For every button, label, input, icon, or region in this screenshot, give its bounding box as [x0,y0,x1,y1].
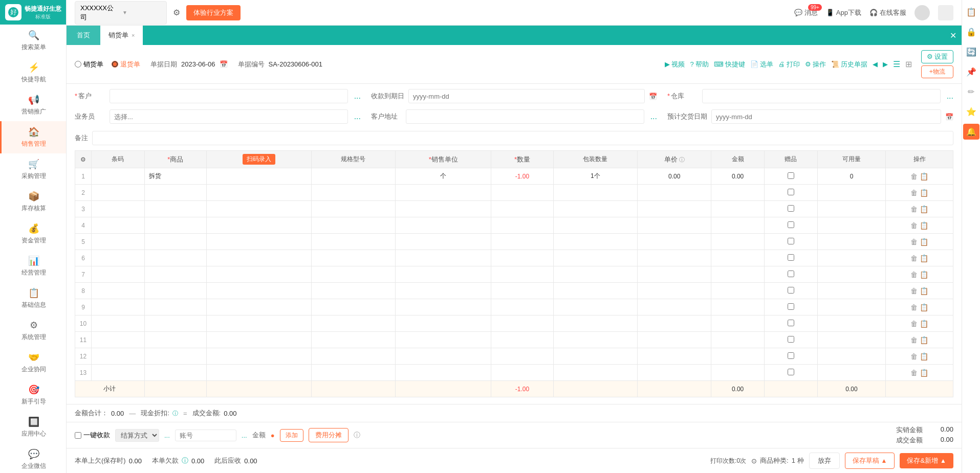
sidebar-item-finance[interactable]: 💰 资金管理 [0,218,66,250]
row-qty[interactable] [491,365,553,381]
row-qty[interactable] [491,217,553,234]
row-pkg-qty[interactable] [553,365,637,381]
gift-checkbox[interactable] [788,205,794,212]
row-qty[interactable] [491,283,553,299]
row-pkg-qty[interactable] [553,299,637,316]
tabbar-close-button[interactable]: ✕ [950,31,962,40]
view-list-icon[interactable]: ☰ [893,59,900,69]
table-header-gear[interactable]: ⚙ [75,151,92,168]
row-qty[interactable] [491,299,553,316]
nav-next-icon[interactable]: ▶ [883,60,888,68]
row-barcode[interactable] [92,266,145,283]
delivery-calendar-icon[interactable]: 📅 [945,113,953,121]
gift-checkbox[interactable] [788,352,794,359]
user-avatar[interactable] [914,5,930,20]
expected-delivery-input[interactable] [711,109,941,124]
row-spec[interactable] [311,316,395,332]
row-goods[interactable] [144,217,206,234]
row-amount[interactable] [711,185,765,201]
warehouse-expand-icon[interactable]: ... [947,92,953,101]
row-delete-icon[interactable]: 🗑 [910,189,918,197]
row-pkg-qty[interactable] [553,185,637,201]
row-goods[interactable] [144,234,206,250]
row-pkg-qty[interactable] [553,283,637,299]
row-gift[interactable] [764,266,817,283]
row-barcode[interactable] [92,365,145,381]
row-price[interactable] [638,332,711,348]
row-gift[interactable] [764,185,817,201]
tab-home[interactable]: 首页 [67,26,100,45]
customer-input[interactable] [110,89,348,103]
row-qty[interactable] [491,332,553,348]
rp-icon-star[interactable]: ⭐ [963,104,979,120]
user-panel[interactable] [938,5,953,20]
add-button[interactable]: 添加 [280,429,303,442]
sidebar-item-search[interactable]: 🔍 搜索菜单 [0,25,66,57]
row-pkg-qty[interactable] [553,348,637,365]
row-goods[interactable] [144,185,206,201]
gift-checkbox[interactable] [788,189,794,195]
discard-button[interactable]: 放弃 [809,453,840,469]
row-qty[interactable] [491,185,553,201]
row-price[interactable] [638,316,711,332]
save-draft-button[interactable]: 保存草稿 ▲ [845,453,895,469]
account-input[interactable] [175,430,236,441]
row-amount[interactable] [711,316,765,332]
row-unit[interactable] [396,266,491,283]
row-price[interactable]: 0.00 [638,168,711,185]
row-barcode[interactable] [92,250,145,266]
action-video[interactable]: ▶ 视频 [665,60,685,69]
row-delete-icon[interactable]: 🗑 [910,369,918,377]
row-amount[interactable] [711,299,765,316]
row-spec[interactable] [311,365,395,381]
row-pkg-qty[interactable] [553,332,637,348]
row-price[interactable] [638,348,711,365]
row-barcode[interactable] [92,217,145,234]
row-unit[interactable] [396,365,491,381]
rp-icon-edit[interactable]: ✏ [965,84,977,100]
sidebar-item-system[interactable]: ⚙ 系统管理 [0,314,66,347]
row-goods[interactable] [144,316,206,332]
row-amount[interactable] [711,332,765,348]
row-delete-icon[interactable]: 🗑 [910,172,918,181]
rp-icon-notification[interactable]: 🔔 [963,124,979,140]
trial-button[interactable]: 体验行业方案 [186,5,241,20]
row-delete-icon[interactable]: 🗑 [910,205,918,213]
gift-checkbox[interactable] [788,172,794,179]
row-gift[interactable] [764,250,817,266]
row-barcode[interactable] [92,201,145,217]
customer-expand-icon[interactable]: ... [354,92,361,101]
row-barcode[interactable] [92,234,145,250]
row-unit[interactable] [396,234,491,250]
gift-checkbox[interactable] [788,221,794,228]
row-pkg-qty[interactable] [553,234,637,250]
row-gift[interactable] [764,299,817,316]
row-spec[interactable] [311,250,395,266]
row-copy-icon[interactable]: 📋 [920,221,928,230]
account-expand-icon[interactable]: ... [242,432,247,439]
row-barcode[interactable] [92,185,145,201]
row-gift[interactable] [764,365,817,381]
row-price[interactable] [638,185,711,201]
row-spec[interactable] [311,185,395,201]
onepay-checkbox[interactable]: 一键收款 [75,431,110,440]
row-price[interactable] [638,217,711,234]
tab-sales-order[interactable]: 销货单 × [100,26,143,45]
logistics-button[interactable]: +物流 [921,65,953,78]
row-unit[interactable] [396,217,491,234]
calc-method-select[interactable]: 结算方式 [115,429,159,442]
row-amount[interactable] [711,365,765,381]
row-qty[interactable] [491,266,553,283]
row-delete-icon[interactable]: 🗑 [910,221,918,230]
row-amount[interactable] [711,234,765,250]
row-barcode[interactable] [92,283,145,299]
gift-checkbox[interactable] [788,238,794,244]
row-goods[interactable] [144,332,206,348]
row-copy-icon[interactable]: 📋 [920,238,928,246]
rp-icon-clipboard[interactable]: 📋 [963,4,979,20]
salesman-input[interactable] [110,109,348,124]
gift-checkbox[interactable] [788,287,794,294]
row-price[interactable] [638,266,711,283]
row-delete-icon[interactable]: 🗑 [910,320,918,328]
nav-prev-icon[interactable]: ◀ [873,60,878,68]
